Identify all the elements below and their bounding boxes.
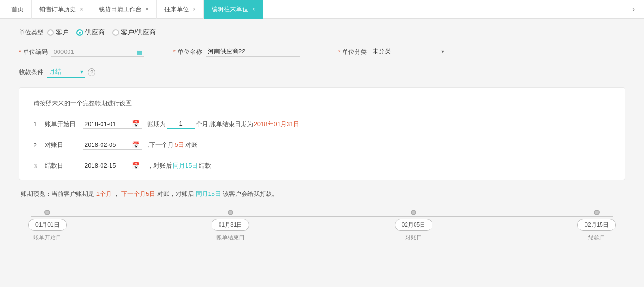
period-highlight-day-3: 同月15日 — [173, 161, 198, 170]
period-highlight-date-1: 2018年01月31日 — [254, 120, 300, 128]
timeline-badge-2: 01月31日 — [212, 219, 250, 231]
timeline-badge-1: 01月01日 — [28, 219, 67, 231]
timeline-label-3: 对账日 — [405, 234, 422, 242]
tab-edit-partner[interactable]: 编辑往来单位 × — [204, 0, 263, 19]
unit-code-label: 单位编码 — [23, 48, 48, 56]
tab-partner-unit-label: 往来单位 — [164, 5, 189, 14]
unit-code-field: * 单位编码 ▦ — [19, 47, 144, 57]
preview-highlight1: 1个月 — [96, 190, 112, 197]
tab-more-button[interactable]: › — [627, 5, 640, 14]
timeline-dot-4 — [594, 210, 600, 215]
timeline-section: 01月01日 账单开始日 01月31日 账单结束日 02月05日 对账日 02月… — [19, 210, 625, 261]
tab-sales-history[interactable]: 销售订单历史 × — [32, 0, 91, 19]
period-label-3: 结款日 — [45, 161, 83, 170]
radio-both[interactable]: 客户/供应商 — [112, 28, 156, 37]
radio-both-label: 客户/供应商 — [121, 28, 156, 37]
timeline-node-3: 02月05日 对账日 — [395, 210, 433, 242]
tab-edit-partner-label: 编辑往来单位 — [212, 5, 248, 14]
tab-cash-work-close[interactable]: × — [145, 6, 149, 13]
unit-name-label: 单位名称 — [178, 48, 202, 56]
period-highlight-day-2: 5日 — [175, 141, 184, 149]
preview-mid2: 对账，对账后 — [157, 190, 194, 197]
tab-home-label: 首页 — [11, 5, 24, 14]
period-desc-3: ，对账后 同月15日 结款 — [147, 161, 211, 170]
timeline-node-4: 02月15日 结款日 — [577, 210, 616, 242]
unit-type-radio-group: 客户 供应商 客户/供应商 — [47, 28, 156, 37]
tab-sales-history-close[interactable]: × — [80, 6, 83, 13]
unit-code-icon[interactable]: ▦ — [135, 48, 144, 55]
period-row-2: 2 对账日 📅 ,下一个月 5日 对账 — [34, 140, 610, 150]
period-label-1: 账单开始日 — [45, 120, 83, 128]
payment-terms-select[interactable]: 月结 ▾ — [47, 67, 85, 78]
preview-highlight2: 下一个月5日 — [121, 190, 155, 197]
period-date-2-cal[interactable]: 📅 — [130, 141, 142, 149]
period-desc-1-suffix: 个月,账单结束日期为 — [196, 120, 253, 128]
radio-customer[interactable]: 客户 — [47, 28, 69, 37]
period-desc-1: 账期为 个月,账单结束日期为 2018年01月31日 — [147, 119, 299, 129]
period-desc-3-prefix: ，对账后 — [147, 161, 172, 170]
period-card-title: 请按照未来的一个完整帐期进行设置 — [34, 99, 610, 108]
period-date-3-wrap: 📅 — [83, 161, 142, 170]
preview-end: 该客户会给我打款。 — [223, 190, 278, 197]
radio-both-circle — [112, 29, 119, 36]
period-date-1-wrap: 📅 — [83, 119, 142, 129]
timeline-node-2: 01月31日 账单结束日 — [212, 210, 250, 242]
period-row-3: 3 结款日 📅 ，对账后 同月15日 结款 — [34, 161, 610, 170]
tab-sales-history-label: 销售订单历史 — [39, 5, 76, 14]
period-desc-2: ,下一个月 5日 对账 — [147, 141, 197, 149]
timeline-dot-2 — [228, 210, 233, 215]
period-date-1-cal[interactable]: 📅 — [130, 120, 142, 127]
unit-code-input-wrap: ▦ — [51, 47, 144, 57]
unit-category-star: * — [338, 48, 340, 56]
period-row-1: 1 账单开始日 📅 账期为 个月,账单结束日期为 2018年01月31日 — [34, 119, 610, 129]
period-desc-1-prefix: 账期为 — [147, 120, 166, 128]
period-month-input[interactable] — [167, 119, 195, 129]
period-desc-2-prefix: ,下一个月 — [147, 141, 174, 149]
unit-category-value: 未分类 — [371, 46, 440, 57]
unit-category-label: 单位分类 — [342, 48, 367, 56]
timeline-label-4: 结款日 — [588, 234, 605, 242]
radio-supplier-label: 供应商 — [85, 28, 105, 37]
payment-terms-row: 收款条件 月结 ▾ ? — [19, 67, 625, 78]
preview-section: 账期预览：当前客户账期是 1个月 ， 下一个月5日 对账，对账后 同月15日 该… — [19, 190, 625, 198]
period-desc-3-suffix: 结款 — [199, 161, 211, 170]
tab-cash-work-label: 钱货日清工作台 — [99, 5, 142, 14]
radio-supplier[interactable]: 供应商 — [76, 28, 105, 37]
period-date-3-input[interactable] — [83, 161, 130, 170]
tabs-bar: 首页 销售订单历史 × 钱货日清工作台 × 往来单位 × 编辑往来单位 × › — [0, 0, 644, 19]
tab-edit-partner-close[interactable]: × — [252, 6, 255, 13]
period-label-2: 对账日 — [45, 141, 83, 149]
tab-partner-unit[interactable]: 往来单位 × — [157, 0, 204, 19]
unit-code-input[interactable] — [51, 47, 135, 56]
period-date-2-wrap: 📅 — [83, 140, 142, 150]
timeline-dot-3 — [411, 210, 416, 215]
tab-partner-unit-close[interactable]: × — [193, 6, 196, 13]
timeline-line — [31, 216, 613, 217]
period-num-2: 2 — [34, 142, 45, 149]
period-date-1-input[interactable] — [83, 119, 130, 128]
unit-type-label: 单位类型 — [19, 28, 43, 37]
unit-name-input[interactable] — [206, 47, 300, 57]
payment-terms-value: 月结 — [47, 67, 78, 77]
radio-customer-circle — [47, 29, 54, 36]
period-date-3-cal[interactable]: 📅 — [130, 162, 142, 169]
timeline-label-1: 账单开始日 — [33, 234, 61, 242]
tab-home[interactable]: 首页 — [4, 0, 32, 19]
timeline-dot-1 — [44, 210, 50, 215]
timeline-badge-4: 02月15日 — [577, 219, 616, 231]
page-content: 单位类型 客户 供应商 客户/供应商 * 单位编码 — [0, 19, 644, 287]
preview-label: 账期预览：当前客户账期是 — [21, 190, 94, 197]
radio-supplier-circle — [76, 29, 83, 36]
unit-code-star: * — [19, 48, 21, 56]
timeline-label-2: 账单结束日 — [216, 234, 245, 242]
help-icon[interactable]: ? — [88, 68, 95, 76]
period-date-2-input[interactable] — [83, 140, 130, 149]
timeline-node-1: 01月01日 账单开始日 — [28, 210, 67, 242]
radio-customer-label: 客户 — [56, 28, 69, 37]
unit-category-select[interactable]: 未分类 ▾ — [371, 46, 446, 57]
payment-terms-arrow: ▾ — [78, 68, 85, 75]
unit-info-row: * 单位编码 ▦ * 单位名称 * 单位分类 未分类 ▾ — [19, 46, 625, 57]
tab-cash-work[interactable]: 钱货日清工作台 × — [91, 0, 157, 19]
unit-category-arrow: ▾ — [440, 48, 446, 55]
period-desc-2-suffix: 对账 — [185, 141, 197, 149]
